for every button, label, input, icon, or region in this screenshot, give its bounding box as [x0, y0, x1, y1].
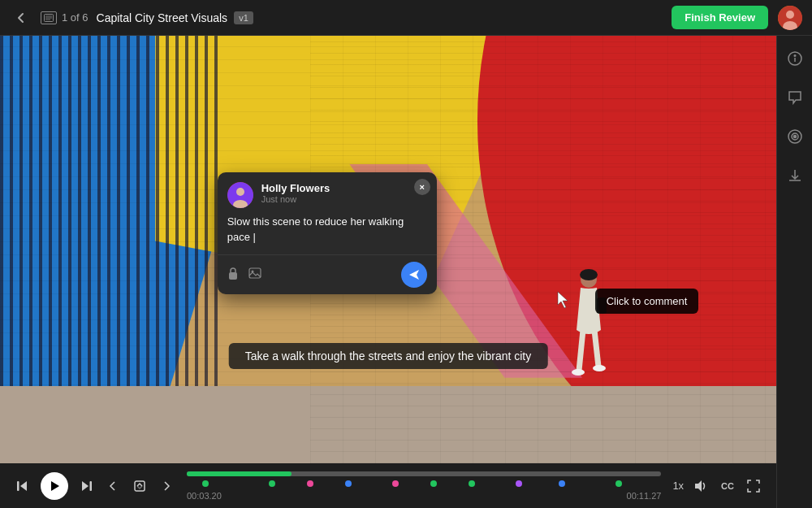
timeline-section[interactable]: 00:03.20 00:11.27	[184, 471, 664, 501]
time-current: 00:03.20	[187, 491, 222, 501]
svg-line-11	[594, 330, 598, 367]
svg-point-15	[236, 188, 244, 196]
page-count: 1 of 6	[62, 11, 89, 24]
comment-popup: Holly Flowers Just now × Slow this scene…	[218, 172, 437, 293]
finish-review-button[interactable]: Finish Review	[672, 6, 768, 29]
prev-frame-button[interactable]	[104, 477, 122, 495]
timeline-marker[interactable]	[392, 480, 399, 487]
timeline-progress	[187, 471, 292, 476]
close-comment-button[interactable]: ×	[414, 179, 430, 195]
back-button[interactable]	[10, 7, 32, 29]
lock-icon-button[interactable]	[227, 267, 239, 283]
svg-point-25	[794, 55, 796, 57]
version-badge: v1	[234, 11, 253, 24]
comment-user-info: Holly Flowers Just now	[261, 182, 427, 204]
page-counter: 1 of 6	[41, 11, 89, 24]
play-pause-button[interactable]	[41, 472, 68, 500]
tooltip-text: Click to comment	[607, 295, 688, 307]
svg-rect-17	[229, 272, 237, 280]
close-icon: ×	[419, 182, 424, 192]
next-frame-button[interactable]	[158, 477, 175, 495]
comment-header: Holly Flowers Just now ×	[218, 172, 437, 215]
timeline-marker[interactable]	[269, 480, 275, 487]
cc-button[interactable]: CC	[718, 478, 737, 494]
top-bar: 1 of 6 Capital City Street Visuals v1 Fi…	[0, 0, 812, 36]
page-icon	[41, 11, 57, 24]
svg-point-13	[593, 365, 606, 371]
commenter-avatar	[227, 182, 253, 208]
comment-body: Slow this scene to reduce her walking pa…	[218, 215, 437, 254]
comment-attachments	[227, 267, 261, 283]
video-caption: Take a walk through the streets and enjo…	[229, 343, 548, 369]
caption-text: Take a walk through the streets and enjo…	[245, 350, 532, 363]
timeline-marker[interactable]	[345, 480, 352, 487]
timeline-marker[interactable]	[469, 480, 475, 487]
person-figure	[556, 265, 621, 395]
image-icon-button[interactable]	[248, 267, 261, 283]
download-icon-button[interactable]	[782, 163, 808, 189]
send-comment-button[interactable]	[401, 262, 427, 288]
comment-timestamp: Just now	[261, 194, 427, 204]
main-content: Holly Flowers Just now × Slow this scene…	[0, 36, 812, 508]
comment-footer	[218, 254, 437, 294]
top-bar-right: Finish Review	[672, 6, 802, 30]
time-total: 00:11.27	[627, 491, 662, 501]
top-bar-left: 1 of 6 Capital City Street Visuals v1	[10, 7, 662, 29]
skip-forward-button[interactable]	[76, 476, 96, 496]
svg-rect-22	[135, 481, 145, 491]
timeline-markers	[187, 480, 661, 488]
volume-button[interactable]	[690, 476, 711, 496]
video-container: Holly Flowers Just now × Slow this scene…	[0, 36, 776, 508]
video-wrapper[interactable]: Holly Flowers Just now × Slow this scene…	[0, 36, 776, 463]
loop-button[interactable]	[130, 476, 149, 496]
speed-button[interactable]: 1x	[672, 480, 684, 492]
right-controls: 1x CC	[672, 476, 763, 496]
skip-back-button[interactable]	[13, 476, 32, 496]
fullscreen-button[interactable]	[744, 476, 763, 496]
timeline-marker[interactable]	[307, 480, 313, 487]
svg-point-28	[793, 136, 796, 138]
svg-rect-20	[17, 481, 19, 491]
svg-point-8	[580, 269, 598, 280]
timeline-marker[interactable]	[516, 480, 522, 487]
comment-text-input[interactable]: Slow this scene to reduce her walking pa…	[227, 215, 427, 244]
svg-rect-21	[90, 481, 93, 491]
commenter-name: Holly Flowers	[261, 182, 427, 194]
user-avatar[interactable]	[778, 6, 802, 30]
click-to-comment-tooltip: Click to comment	[595, 289, 699, 314]
timeline-marker[interactable]	[430, 480, 437, 487]
timeline-marker[interactable]	[615, 480, 622, 487]
timeline-marker[interactable]	[202, 480, 209, 487]
timeline-times: 00:03.20 00:11.27	[187, 491, 661, 501]
version-compare-icon-button[interactable]	[782, 124, 808, 150]
project-title: Capital City Street Visuals	[97, 11, 228, 24]
svg-line-10	[579, 330, 583, 371]
sidewalk	[0, 386, 776, 463]
title-area: Capital City Street Visuals v1	[97, 11, 253, 24]
timeline-marker[interactable]	[559, 480, 565, 487]
svg-point-12	[572, 369, 585, 376]
info-icon-button[interactable]	[782, 46, 808, 72]
svg-rect-18	[249, 268, 261, 278]
svg-point-5	[786, 11, 794, 19]
timeline-track[interactable]	[187, 471, 661, 476]
comments-icon-button[interactable]	[782, 85, 808, 111]
right-sidebar	[776, 36, 812, 508]
controls-bar: 00:03.20 00:11.27 1x CC	[0, 463, 776, 508]
